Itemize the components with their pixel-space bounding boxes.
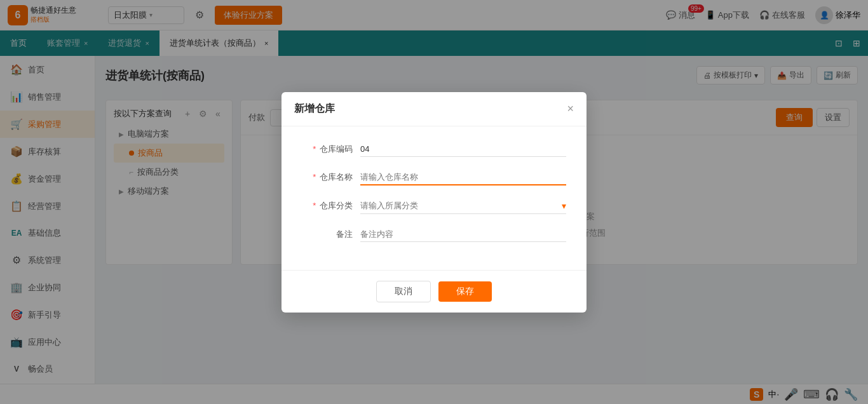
name-label: * 仓库名称 xyxy=(302,172,353,183)
category-input[interactable] xyxy=(360,201,562,210)
note-label: 备注 xyxy=(302,229,353,240)
form-row-note: 备注 xyxy=(302,227,566,242)
required-star-code: * xyxy=(313,144,316,154)
warehouse-code-input[interactable] xyxy=(360,142,566,157)
warehouse-name-input[interactable] xyxy=(360,170,566,185)
code-label: * 仓库编码 xyxy=(302,144,353,155)
add-warehouse-modal: 新增仓库 × * 仓库编码 * 仓库名称 xyxy=(281,92,587,313)
modal-header: 新增仓库 × xyxy=(281,92,587,126)
category-label: * 仓库分类 xyxy=(302,200,353,212)
modal-overlay: 新增仓库 × * 仓库编码 * 仓库名称 xyxy=(0,0,868,404)
form-row-name: * 仓库名称 xyxy=(302,170,566,185)
modal-body: * 仓库编码 * 仓库名称 * 仓库分类 xyxy=(281,126,587,270)
cancel-button[interactable]: 取消 xyxy=(376,281,431,302)
category-dropdown-icon[interactable]: ▾ xyxy=(562,201,566,211)
modal-close-button[interactable]: × xyxy=(567,102,574,116)
category-select-wrapper: ▾ xyxy=(360,198,566,214)
modal-title: 新增仓库 xyxy=(294,102,335,116)
note-input[interactable] xyxy=(360,227,566,242)
form-row-category: * 仓库分类 ▾ xyxy=(302,198,566,214)
form-row-code: * 仓库编码 xyxy=(302,142,566,157)
required-star-name: * xyxy=(313,172,316,182)
modal-footer: 取消 保存 xyxy=(281,270,587,313)
save-button[interactable]: 保存 xyxy=(438,281,492,302)
required-star-category: * xyxy=(313,201,316,210)
